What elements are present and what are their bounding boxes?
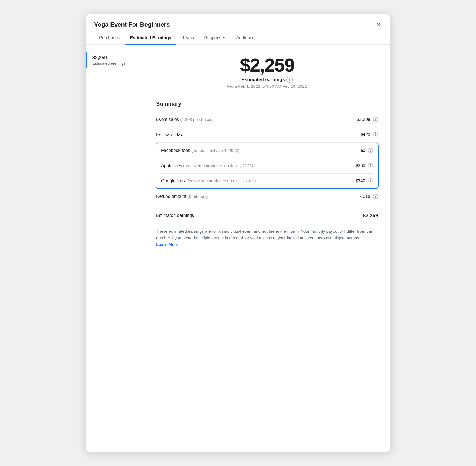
tab-reach[interactable]: Reach	[176, 32, 199, 45]
summary-section: Summary Event sales (1,103 purchases) $3…	[156, 101, 378, 248]
sidebar-value: $2,259	[92, 55, 139, 61]
row-refund: Refund amount (6 refunds) - $18 i	[156, 189, 378, 204]
tab-responses[interactable]: Responses	[199, 32, 231, 45]
apple-fees-label: Apple fees (fees were introduced on Jan …	[161, 163, 253, 168]
total-label: Estimated earnings	[156, 213, 194, 218]
metric-label: Estimated earnings i	[156, 77, 378, 83]
estimated-tax-label: Estimated tax	[156, 132, 183, 137]
google-fees-info-icon[interactable]: i	[368, 178, 373, 183]
sidebar-label: Estimated earnings	[92, 61, 139, 66]
metric-date: From Feb 1, 2022 to 9:50 AM Feb 19, 2022	[156, 84, 378, 89]
refund-info-icon[interactable]: i	[373, 194, 378, 199]
summary-title: Summary	[156, 101, 378, 107]
tab-audience[interactable]: Audience	[231, 32, 260, 45]
estimated-tax-info-icon[interactable]: i	[373, 132, 378, 137]
metric-value: $2,259	[156, 56, 378, 74]
main-metric: $2,259 Estimated earnings i From Feb 1, …	[156, 56, 378, 89]
tab-estimated-earnings[interactable]: Estimated Earnings	[125, 32, 176, 45]
row-event-sales: Event sales (1,103 purchases) $3,298 i	[156, 112, 378, 127]
disclaimer: These estimated earnings are for an indi…	[156, 228, 378, 248]
event-sales-info-icon[interactable]: i	[373, 117, 378, 122]
metric-info-icon[interactable]: i	[286, 77, 293, 83]
google-fees-label: Google fees (fees were introduced on Oct…	[161, 178, 256, 183]
tabs-bar: Purchases Estimated Earnings Reach Respo…	[86, 32, 390, 45]
row-apple-fees: Apple fees (fees were introduced on Jan …	[161, 158, 373, 174]
row-facebook-fees: Facebook fees (no fees until Jan 1, 2023…	[161, 143, 373, 158]
estimated-tax-value: - $420 i	[358, 132, 378, 137]
sidebar-item-estimated-earnings: $2,259 Estimated earnings	[86, 52, 144, 68]
apple-fees-value: - $360 i	[353, 163, 373, 168]
apple-fees-info-icon[interactable]: i	[368, 163, 373, 168]
refund-label: Refund amount (6 refunds)	[156, 194, 208, 199]
close-button[interactable]: ✕	[375, 20, 382, 29]
event-sales-value: $3,298 i	[357, 117, 378, 122]
facebook-fees-value: $0 i	[360, 148, 373, 153]
row-google-fees: Google fees (fees were introduced on Oct…	[161, 174, 373, 188]
event-sales-label: Event sales (1,103 purchases)	[156, 117, 214, 122]
fees-box: Facebook fees (no fees until Jan 1, 2023…	[156, 143, 379, 189]
main-panel: $2,259 Estimated earnings i From Feb 1, …	[144, 45, 390, 452]
modal-header: Yoga Event For Beginners ✕	[86, 14, 390, 29]
content-area: $2,259 Estimated earnings $2,259 Estimat…	[86, 45, 390, 452]
facebook-fees-label: Facebook fees (no fees until Jan 1, 2023…	[161, 148, 239, 153]
learn-more-link[interactable]: Learn More	[156, 242, 178, 247]
total-row: Estimated earnings $2,259	[156, 207, 378, 221]
tab-purchases[interactable]: Purchases	[94, 32, 125, 45]
total-value: $2,259	[363, 213, 378, 219]
google-fees-value: - $240 i	[353, 178, 373, 183]
facebook-fees-info-icon[interactable]: i	[368, 148, 373, 153]
close-icon: ✕	[376, 22, 381, 28]
refund-value: - $18 i	[360, 194, 378, 199]
modal: Yoga Event For Beginners ✕ Purchases Est…	[86, 14, 390, 452]
row-estimated-tax: Estimated tax - $420 i	[156, 127, 378, 143]
modal-title: Yoga Event For Beginners	[94, 21, 170, 28]
sidebar: $2,259 Estimated earnings	[86, 45, 144, 452]
